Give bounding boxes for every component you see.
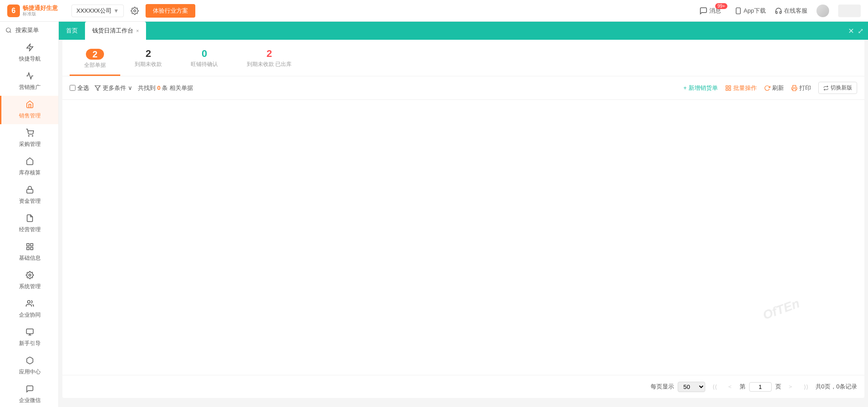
finance-icon bbox=[26, 186, 34, 196]
sidebar-item-basic-info[interactable]: 基础信息 bbox=[0, 238, 58, 267]
page-number-input[interactable] bbox=[749, 382, 772, 392]
online-service-button[interactable]: 在线客服 bbox=[775, 7, 807, 15]
select-all-checkbox[interactable]: 全选 bbox=[70, 84, 89, 92]
add-icon: + bbox=[683, 84, 687, 91]
system-icon bbox=[26, 271, 34, 281]
sidebar-item-label: 营销推广 bbox=[19, 84, 41, 91]
user-avatar[interactable] bbox=[816, 5, 829, 17]
sidebar-item-label: 应用中心 bbox=[19, 368, 41, 376]
tabbar-close-button[interactable]: ✕ bbox=[848, 27, 854, 35]
sidebar-item-finance[interactable]: 资金管理 bbox=[0, 181, 58, 210]
operations-icon bbox=[26, 214, 34, 225]
app-download-label: App下载 bbox=[744, 7, 766, 15]
svg-marker-18 bbox=[95, 85, 100, 90]
first-page-button[interactable]: ⟨⟨ bbox=[709, 381, 721, 393]
svg-point-7 bbox=[32, 136, 33, 136]
tab-close-icon[interactable]: × bbox=[136, 28, 139, 33]
tabbar-actions: ✕ ⤢ bbox=[848, 27, 868, 35]
batch-operation-button[interactable]: 批量操作 bbox=[725, 84, 757, 92]
select-all-label: 全选 bbox=[77, 84, 89, 92]
quick-nav-icon bbox=[26, 43, 34, 54]
sidebar-item-sales[interactable]: 销售管理 bbox=[0, 96, 58, 124]
stats-tabs: 2 全部单据 2 到期未收款 0 旺铺待确认 2 到期未收款 已出库 bbox=[62, 40, 864, 76]
logo-subtitle: 标准版 bbox=[23, 11, 58, 17]
app-header: 6 畅捷通好生意 标准版 XXXXXX公司 ▼ 体验行业方案 消息 99+ bbox=[0, 0, 868, 22]
stat-tab-pending[interactable]: 0 旺铺待确认 bbox=[176, 45, 232, 76]
next-page-button[interactable]: ＞ bbox=[785, 381, 797, 393]
sidebar-item-label: 经营管理 bbox=[19, 226, 41, 234]
print-label: 打印 bbox=[799, 84, 811, 92]
toolbar: 全选 更多条件 ∨ 共找到 0 条 相关单据 + 新增销货单 bbox=[62, 76, 864, 100]
main-content: 2 全部单据 2 到期未收款 0 旺铺待确认 2 到期未收款 已出库 全选 bbox=[59, 40, 868, 407]
svg-rect-11 bbox=[31, 248, 33, 250]
sidebar-item-guide[interactable]: 新手引导 bbox=[0, 323, 58, 352]
pagination: 每页显示 50 20 100 ⟨⟨ ＜ 第 页 ＞ ⟩⟩ 共0页，0条记录 bbox=[62, 375, 864, 398]
user-name-area[interactable] bbox=[838, 5, 861, 17]
per-page-select[interactable]: 50 20 100 bbox=[678, 382, 705, 392]
select-all-input[interactable] bbox=[70, 85, 75, 91]
sidebar-item-label: 企业协同 bbox=[19, 311, 41, 319]
svg-point-0 bbox=[134, 9, 136, 12]
logo-area: 6 畅捷通好生意 标准版 bbox=[7, 5, 58, 17]
company-name: XXXXXX公司 bbox=[76, 7, 112, 15]
stat-label-all: 全部单据 bbox=[84, 61, 106, 69]
found-count: 0 bbox=[157, 84, 160, 91]
sidebar-item-system[interactable]: 系统管理 bbox=[0, 267, 58, 295]
svg-rect-15 bbox=[27, 329, 33, 334]
sidebar-item-operations[interactable]: 经营管理 bbox=[0, 210, 58, 238]
svg-point-14 bbox=[28, 300, 30, 303]
message-button[interactable]: 消息 99+ bbox=[699, 7, 721, 15]
sidebar-item-app-center[interactable]: 应用中心 bbox=[0, 352, 58, 380]
toolbar-right: + 新增销货单 批量操作 刷新 bbox=[683, 82, 857, 94]
sidebar-item-marketing[interactable]: 营销推广 bbox=[0, 67, 58, 96]
stat-tab-overdue-shipped[interactable]: 2 到期未收款 已出库 bbox=[232, 45, 306, 76]
svg-rect-19 bbox=[726, 85, 728, 87]
batch-label: 批量操作 bbox=[733, 84, 757, 92]
svg-line-4 bbox=[10, 32, 11, 33]
settings-button[interactable] bbox=[128, 5, 141, 17]
logo-text: 畅捷通好生意 标准版 bbox=[23, 5, 58, 17]
svg-rect-20 bbox=[729, 85, 731, 87]
add-btn-label: 新增销货单 bbox=[689, 84, 718, 92]
logo-title: 畅捷通好生意 bbox=[23, 5, 58, 12]
chevron-down-icon: ▼ bbox=[113, 8, 119, 14]
tabbar-maximize-button[interactable]: ⤢ bbox=[858, 27, 863, 35]
search-menu-item[interactable]: 搜索菜单 bbox=[0, 22, 58, 39]
stat-tab-all[interactable]: 2 全部单据 bbox=[70, 45, 120, 76]
table-area bbox=[62, 100, 864, 375]
add-sales-order-button[interactable]: + 新增销货单 bbox=[683, 84, 718, 92]
svg-rect-8 bbox=[27, 189, 33, 193]
sidebar-item-quick-nav[interactable]: 快捷导航 bbox=[0, 39, 58, 67]
tab-home[interactable]: 首页 bbox=[59, 22, 85, 40]
found-text: 共找到 0 条 相关单据 bbox=[138, 84, 193, 92]
sidebar-item-label: 资金管理 bbox=[19, 197, 41, 205]
print-button[interactable]: 打印 bbox=[791, 84, 811, 92]
tab-active[interactable]: 钱货日清工作台 × bbox=[85, 22, 146, 40]
stat-number-all: 2 bbox=[86, 49, 104, 60]
svg-rect-1 bbox=[736, 8, 740, 14]
stat-tab-overdue[interactable]: 2 到期未收款 bbox=[120, 45, 176, 76]
sidebar-item-cooperation[interactable]: 企业协同 bbox=[0, 295, 58, 323]
svg-point-13 bbox=[29, 274, 31, 276]
search-menu-label: 搜索菜单 bbox=[15, 26, 39, 34]
refresh-button[interactable]: 刷新 bbox=[764, 84, 784, 92]
sidebar-item-wechat[interactable]: 企业微信 bbox=[0, 380, 58, 407]
sidebar-item-purchase[interactable]: 采购管理 bbox=[0, 124, 58, 153]
stat-number-overdue-shipped: 2 bbox=[267, 49, 272, 59]
company-selector[interactable]: XXXXXX公司 ▼ bbox=[71, 5, 124, 17]
cooperation-icon bbox=[26, 299, 34, 310]
app-download-button[interactable]: App下载 bbox=[735, 7, 766, 15]
switch-version-button[interactable]: 切换新版 bbox=[818, 82, 857, 94]
trial-button[interactable]: 体验行业方案 bbox=[146, 4, 195, 18]
filter-button[interactable]: 更多条件 ∨ bbox=[94, 84, 132, 92]
tab-active-label: 钱货日清工作台 bbox=[92, 27, 133, 35]
svg-rect-21 bbox=[729, 89, 731, 90]
sidebar-item-label: 采购管理 bbox=[19, 140, 41, 148]
refresh-label: 刷新 bbox=[772, 84, 784, 92]
sidebar-item-label: 新手引导 bbox=[19, 340, 41, 347]
logo-icon: 6 bbox=[7, 5, 20, 17]
last-page-button[interactable]: ⟩⟩ bbox=[800, 381, 812, 393]
sidebar-item-inventory[interactable]: 库存核算 bbox=[0, 153, 58, 181]
prev-page-button[interactable]: ＜ bbox=[724, 381, 736, 393]
page-suffix-label: 页 bbox=[775, 383, 781, 391]
